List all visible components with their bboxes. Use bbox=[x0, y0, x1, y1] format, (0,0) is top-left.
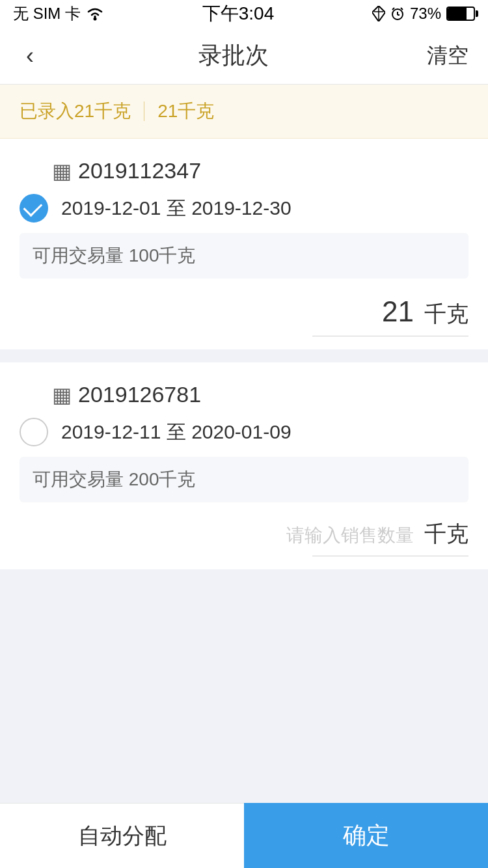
svg-point-0 bbox=[94, 18, 97, 21]
location-icon bbox=[372, 6, 385, 21]
svg-line-4 bbox=[392, 8, 394, 10]
footer: 自动分配 确定 bbox=[0, 803, 488, 868]
qty-display-1: 21 千克 bbox=[0, 289, 488, 349]
qty-placeholder-2: 请输入销售数量 bbox=[286, 523, 414, 548]
time-display: 下午3:04 bbox=[202, 1, 275, 26]
batch-item-1: ▦ 2019112347 2019-12-01 至 2019-12-30 可用交… bbox=[0, 139, 488, 349]
svg-line-5 bbox=[401, 8, 403, 10]
recorded-label: 已录入21千克 bbox=[20, 99, 131, 124]
qty-unit-2: 千克 bbox=[424, 519, 468, 549]
batch-id-1: 2019112347 bbox=[78, 158, 201, 183]
batch-header-2: ▦ 2019126781 bbox=[0, 362, 488, 407]
qty-value-row-1: 21 千克 bbox=[382, 295, 468, 329]
confirm-button[interactable]: 确定 bbox=[244, 803, 488, 868]
wifi-icon bbox=[86, 7, 104, 21]
page-title: 录批次 bbox=[198, 40, 269, 72]
batch-doc-icon-2: ▦ bbox=[52, 383, 72, 407]
batch-separator bbox=[0, 349, 488, 362]
batch-available-2: 可用交易量 200千克 bbox=[20, 457, 468, 502]
confirm-label: 确定 bbox=[343, 820, 390, 852]
battery-icon bbox=[446, 7, 475, 21]
batch-header-1: ▦ 2019112347 bbox=[0, 139, 488, 183]
alarm-icon bbox=[390, 7, 405, 21]
qty-value-row-2: 请输入销售数量 千克 bbox=[286, 519, 468, 549]
qty-underline-1 bbox=[312, 336, 468, 336]
batch-date-2: 2019-12-11 至 2020-01-09 bbox=[61, 419, 291, 446]
radio-btn-1[interactable] bbox=[20, 194, 48, 223]
qty-display-2: 请输入销售数量 千克 bbox=[0, 513, 488, 569]
qty-unit-1: 千克 bbox=[424, 299, 468, 329]
info-banner: 已录入21千克 21千克 bbox=[0, 85, 488, 139]
batch-date-row-1[interactable]: 2019-12-01 至 2019-12-30 bbox=[0, 183, 488, 233]
batch-list: ▦ 2019112347 2019-12-01 至 2019-12-30 可用交… bbox=[0, 139, 488, 862]
radio-btn-2[interactable] bbox=[20, 418, 48, 446]
auto-distribute-button[interactable]: 自动分配 bbox=[0, 803, 244, 868]
recorded-value: 21千克 bbox=[157, 99, 214, 124]
status-bar-right: 73% bbox=[372, 5, 475, 23]
clear-button[interactable]: 清空 bbox=[427, 42, 468, 70]
auto-distribute-label: 自动分配 bbox=[78, 821, 167, 851]
status-bar-left: 无 SIM 卡 bbox=[13, 3, 104, 24]
batch-date-1: 2019-12-01 至 2019-12-30 bbox=[61, 195, 291, 222]
banner-divider bbox=[144, 102, 144, 121]
back-button[interactable]: ‹ bbox=[20, 36, 40, 76]
battery-text: 73% bbox=[410, 5, 441, 23]
batch-available-1: 可用交易量 100千克 bbox=[20, 233, 468, 278]
batch-item-2: ▦ 2019126781 2019-12-11 至 2020-01-09 可用交… bbox=[0, 362, 488, 569]
qty-underline-2 bbox=[312, 556, 468, 556]
batch-date-row-2[interactable]: 2019-12-11 至 2020-01-09 bbox=[0, 407, 488, 457]
carrier-text: 无 SIM 卡 bbox=[13, 3, 81, 24]
qty-number-1: 21 bbox=[382, 295, 414, 328]
status-bar: 无 SIM 卡 下午3:04 73% bbox=[0, 0, 488, 27]
batch-id-2: 2019126781 bbox=[78, 382, 201, 407]
batch-doc-icon-1: ▦ bbox=[52, 159, 72, 183]
nav-bar: ‹ 录批次 清空 bbox=[0, 27, 488, 85]
